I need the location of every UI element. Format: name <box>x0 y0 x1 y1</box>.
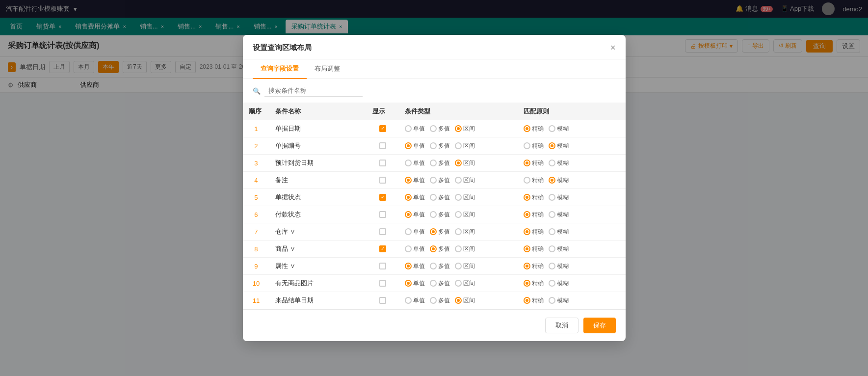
modal-search-area: 🔍 <box>243 79 626 93</box>
search-icon: 🔍 <box>253 87 261 93</box>
modal-header: 设置查询区域布局 × <box>243 35 626 59</box>
modal-overlay: 设置查询区域布局 × 查询字段设置 布局调整 🔍 顺序 <box>0 0 868 93</box>
modal-close-button[interactable]: × <box>610 43 616 53</box>
modal-title: 设置查询区域布局 <box>253 43 312 53</box>
modal-dialog: 设置查询区域布局 × 查询字段设置 布局调整 🔍 顺序 <box>243 35 626 93</box>
modal-tab-layout-label: 布局调整 <box>315 65 340 72</box>
modal-tabs: 查询字段设置 布局调整 <box>243 59 626 79</box>
modal-tab-query-fields[interactable]: 查询字段设置 <box>253 59 307 79</box>
search-input[interactable] <box>264 85 363 93</box>
modal-tab-query-fields-label: 查询字段设置 <box>261 65 299 72</box>
modal-tab-layout[interactable]: 布局调整 <box>307 59 348 79</box>
